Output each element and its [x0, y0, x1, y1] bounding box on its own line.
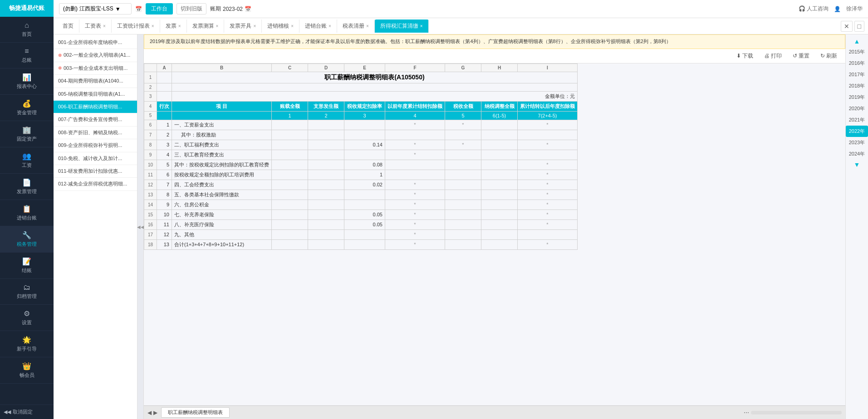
cell-data[interactable]: 0.05 — [344, 219, 385, 229]
cell-data[interactable] — [272, 219, 308, 229]
cell-data[interactable] — [308, 229, 344, 239]
cell-data[interactable] — [344, 190, 385, 200]
cell-data[interactable] — [445, 200, 481, 210]
cell-data[interactable] — [272, 150, 308, 160]
cell-data[interactable] — [445, 219, 481, 229]
cell-data[interactable] — [344, 130, 385, 140]
cell-data[interactable] — [272, 229, 308, 239]
year-item-2021[interactable]: 2021年 — [846, 114, 868, 126]
cell-rownum[interactable]: 3 — [157, 140, 172, 150]
download-button[interactable]: ⬇ 下载 — [734, 51, 756, 61]
sidebar-item-archive[interactable]: 🗂 归档管理 — [0, 279, 54, 305]
cell-data[interactable] — [272, 180, 308, 190]
nav-left-icon[interactable]: ◀ — [147, 409, 152, 416]
cell-data[interactable] — [385, 170, 445, 180]
cell-data[interactable]: 0.08 — [344, 160, 385, 170]
cell-data[interactable] — [308, 130, 344, 140]
cell-data[interactable] — [308, 180, 344, 190]
tab-invoice[interactable]: 发票 × — [160, 19, 187, 33]
cell-data[interactable] — [518, 130, 578, 140]
year-item-2015[interactable]: 2015年 — [846, 46, 868, 58]
scroll-bar-area[interactable] — [751, 411, 842, 414]
tab-income-tax-close[interactable]: × — [420, 24, 423, 29]
reset-button[interactable]: ↺ 重置 — [790, 51, 812, 61]
cell-rownum[interactable]: 12 — [157, 229, 172, 239]
cell-data[interactable] — [272, 120, 308, 130]
cell-data[interactable] — [481, 120, 518, 130]
user-name[interactable]: 徐泽华 — [846, 5, 863, 13]
refresh-button[interactable]: ↻ 刷新 — [818, 51, 840, 61]
cell-rownum[interactable]: 4 — [157, 150, 172, 160]
cell-data[interactable] — [308, 210, 344, 219]
cell-data[interactable] — [344, 120, 385, 130]
cell-label[interactable]: 五、各类基本社会保障性缴款 — [172, 190, 272, 200]
year-item-2024[interactable]: 2024年 — [846, 148, 868, 160]
sidebar-item-ledger[interactable]: ≡ 总账 — [0, 43, 54, 68]
cell-label[interactable]: 七、补充养老保险 — [172, 210, 272, 219]
cell-label[interactable]: 四、工会经费支出 — [172, 180, 272, 190]
year-item-2018[interactable]: 2018年 — [846, 80, 868, 92]
cell-data[interactable]: * — [385, 150, 445, 160]
cell-data[interactable] — [272, 160, 308, 170]
left-item-007[interactable]: 007-广告费和业务宣传费明... — [54, 113, 137, 126]
year-up-button[interactable]: ▲ — [853, 36, 862, 46]
cell-data[interactable] — [272, 140, 308, 150]
workspace-button[interactable]: 工作台 — [146, 3, 173, 15]
sidebar-item-invoice[interactable]: 📄 发票管理 — [0, 174, 54, 200]
cell-data[interactable] — [308, 140, 344, 150]
cell-data[interactable]: * — [385, 200, 445, 210]
cell-data[interactable] — [308, 219, 344, 229]
cell-data[interactable]: * — [385, 229, 445, 239]
cell-data[interactable]: * — [385, 120, 445, 130]
cell-data[interactable] — [481, 190, 518, 200]
cell-data[interactable] — [445, 170, 481, 180]
cell-data[interactable]: * — [518, 160, 578, 170]
tab-home[interactable]: 首页 — [57, 19, 79, 33]
sidebar-item-purchase-sales[interactable]: 📋 进销台账 — [0, 200, 54, 226]
cell-data[interactable]: 1 — [344, 170, 385, 180]
cell-label[interactable]: 八、补充医疗保险 — [172, 219, 272, 229]
cell-data[interactable]: * — [385, 239, 445, 249]
tab-ps-ledger[interactable]: 进销台账 × — [299, 19, 337, 33]
tab-payroll-report-close[interactable]: × — [152, 24, 154, 29]
close-all-tabs-button[interactable]: ✕ — [841, 21, 853, 32]
tab-tax-book[interactable]: 税表清册 × — [337, 19, 375, 33]
sheet-tab[interactable]: 职工薪酬纳税调整明细表 — [161, 407, 230, 418]
cell-data[interactable] — [385, 160, 445, 170]
cell-label[interactable]: 按税收规定全额扣除的职工培训费用 — [172, 170, 272, 180]
cell-data[interactable] — [272, 210, 308, 219]
cell-data[interactable] — [272, 130, 308, 140]
cell-rownum[interactable]: 10 — [157, 210, 172, 219]
cell-data[interactable] — [445, 229, 481, 239]
cell-data[interactable] — [272, 239, 308, 249]
cell-data[interactable] — [272, 190, 308, 200]
cell-rownum[interactable]: 1 — [157, 120, 172, 130]
sidebar-item-reports[interactable]: 📊 报表中心 — [0, 68, 54, 95]
tab-invoice-calc[interactable]: 发票测算 × — [187, 19, 225, 33]
sidebar-item-vip[interactable]: 👑 畅会员 — [0, 357, 54, 384]
cell-label[interactable]: 六、住房公积金 — [172, 200, 272, 210]
tab-ps-ledger-close[interactable]: × — [329, 24, 331, 29]
cell-data[interactable] — [308, 120, 344, 130]
cell-data[interactable] — [344, 229, 385, 239]
cell-rownum[interactable]: 2 — [157, 130, 172, 140]
cell-data[interactable]: * — [518, 219, 578, 229]
cell-data[interactable]: * — [385, 219, 445, 229]
cell-data[interactable] — [344, 239, 385, 249]
cell-data[interactable] — [481, 130, 518, 140]
cell-data[interactable]: * — [518, 120, 578, 130]
sidebar-item-closing[interactable]: 📝 结账 — [0, 253, 54, 279]
cell-data[interactable] — [445, 150, 481, 160]
cell-data[interactable] — [481, 170, 518, 180]
support-button[interactable]: 🎧 人工咨询 — [799, 5, 829, 13]
tab-invoice-close[interactable]: × — [178, 24, 181, 29]
cell-data[interactable]: * — [385, 210, 445, 219]
tab-payslip-close[interactable]: × — [103, 24, 106, 29]
cell-rownum[interactable]: 6 — [157, 170, 172, 180]
sidebar-item-home[interactable]: ⌂ 首页 — [0, 17, 54, 43]
cell-data[interactable] — [308, 190, 344, 200]
unpin-button[interactable]: ◀◀ 取消固定 — [0, 404, 54, 419]
left-item-004[interactable]: 004-期间费用明细表(A1040... — [54, 75, 137, 88]
cell-data[interactable] — [481, 229, 518, 239]
cell-data[interactable] — [445, 130, 481, 140]
